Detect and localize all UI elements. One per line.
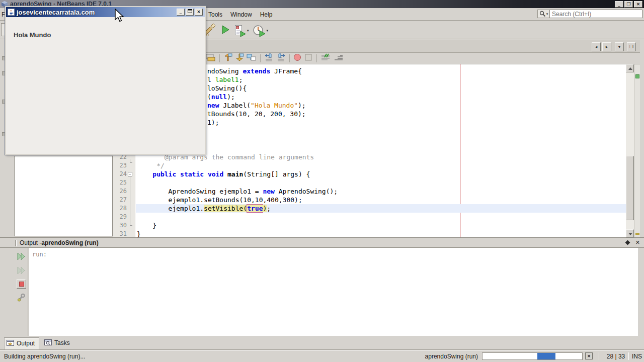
code-fragment[interactable]: new JLabel("Hola Mundo"); (207, 101, 306, 110)
line-number: 28 (113, 204, 127, 213)
drag-handle[interactable] (15, 240, 17, 246)
line-number: 23 (113, 161, 127, 170)
tab-tasks[interactable]: Tasks (42, 337, 74, 349)
code-line-24[interactable]: 24 public static void main(String[] args… (113, 170, 626, 178)
insert-mode-indicator: INS (632, 353, 642, 360)
tab-output[interactable]: Output (4, 337, 39, 350)
tab-scroll-left-icon[interactable]: ◂ (592, 42, 601, 51)
app-minimize-icon[interactable]: _ (177, 9, 185, 16)
code-line-29[interactable]: 29 (113, 213, 626, 221)
separator (260, 54, 261, 62)
bottom-tab-bar: OutputTasks (0, 336, 644, 350)
no-errors-badge (635, 74, 639, 78)
last-edit-icon[interactable] (206, 53, 216, 63)
run-project-icon[interactable] (220, 24, 230, 37)
code-fragment[interactable]: tBounds(10, 20, 200, 30); (207, 110, 306, 118)
tab-label: Output (17, 340, 35, 347)
debug-project-icon[interactable]: ▾ (234, 25, 249, 37)
tasks-tab-icon (44, 338, 52, 347)
code-fragment[interactable]: ndoSwing extends JFrame{ (207, 67, 302, 75)
line-number: 24 (113, 170, 127, 178)
app-close-icon[interactable]: × (195, 9, 203, 16)
shift-left-icon[interactable] (264, 53, 274, 63)
code-fragment[interactable]: loSwing(){ (207, 84, 247, 93)
app-window[interactable]: josevicentecarratala.com _ × Hola Mundo (5, 6, 206, 155)
output-header[interactable]: Output - aprendoSwing (run) ✕ (0, 238, 644, 248)
rerun-with-args-icon[interactable] (17, 266, 26, 277)
code-fragment[interactable]: 1); (207, 118, 219, 127)
cancel-build-icon[interactable]: × (585, 352, 593, 359)
uncomment-icon[interactable] (334, 53, 344, 63)
line-number: 25 (113, 178, 127, 187)
scroll-up-icon[interactable] (626, 64, 634, 72)
close-window-icon[interactable]: ✕ (635, 240, 640, 245)
code-line-27[interactable]: 27 ejemplo1.setBounds(10,10,400,300); (113, 196, 626, 204)
caret-position-mark (635, 233, 639, 235)
stop-build-icon[interactable] (17, 279, 26, 289)
code-line-31[interactable]: 31} (113, 230, 626, 237)
search-dropdown-icon[interactable]: ▾ (546, 12, 548, 16)
forward-icon[interactable] (235, 53, 244, 63)
scroll-down-icon[interactable] (626, 229, 634, 237)
code-line-23[interactable]: 23 */ (113, 161, 626, 170)
code-line-28[interactable]: 28 ejemplo1.setVisible(true); (113, 204, 626, 213)
fold-end-corner (130, 222, 132, 226)
code-line-30[interactable]: 30 } (113, 221, 626, 230)
profile-dropdown-icon[interactable]: ▾ (267, 29, 269, 33)
editor-vscrollbar[interactable] (626, 64, 634, 237)
profile-project-icon[interactable]: ▾ (253, 25, 269, 37)
comment-icon[interactable] (320, 53, 331, 63)
close-icon[interactable]: × (634, 1, 642, 8)
restore-icon[interactable]: ❐ (624, 1, 633, 8)
mouse-cursor (115, 9, 126, 25)
search-icon[interactable]: ▾ (537, 10, 549, 18)
tab-list-dropdown-icon[interactable]: ▾ (615, 42, 624, 51)
debug-dropdown-icon[interactable]: ▾ (247, 29, 249, 33)
app-maximize-icon[interactable] (186, 9, 194, 16)
build-progress-bar (482, 352, 583, 360)
minimize-icon[interactable]: _ (615, 1, 623, 8)
output-panel: Output - aprendoSwing (run) ✕ (0, 237, 644, 336)
caret-position: 28 | 33 (605, 353, 626, 360)
stop-macro-icon[interactable] (304, 53, 313, 63)
toggle-bookmark-icon[interactable] (247, 53, 257, 63)
start-macro-icon[interactable] (293, 53, 302, 63)
code-text: } (137, 221, 156, 230)
code-fragment[interactable]: (null); (207, 93, 235, 101)
minimize-window-group-icon[interactable] (625, 240, 630, 245)
code-text: public static void main(String[] args) { (137, 170, 310, 178)
ant-settings-icon[interactable] (17, 293, 26, 304)
code-text: } (137, 230, 141, 237)
code-text: ejemplo1.setVisible(true); (137, 204, 271, 213)
code-line-26[interactable]: 26 AprendoSwing ejemplo1 = new AprendoSw… (113, 187, 626, 196)
shift-right-icon[interactable] (276, 53, 286, 63)
hola-mundo-label: Hola Mundo (14, 31, 51, 39)
separator (289, 54, 290, 62)
output-toolbar (14, 248, 28, 336)
toolbar-partial-button[interactable] (1, 23, 5, 36)
menu-help[interactable]: Help (256, 10, 277, 20)
search-input[interactable] (549, 10, 642, 18)
maximize-editor-icon[interactable]: ❐ (627, 42, 636, 51)
progress-chunk (537, 353, 555, 359)
separator (628, 352, 629, 360)
tab-scroll-right-icon[interactable]: ▸ (602, 42, 611, 51)
code-fragment[interactable]: l label1; (207, 75, 243, 84)
code-text: */ (137, 161, 165, 170)
error-stripe (634, 64, 640, 237)
scrollbar-thumb[interactable] (626, 156, 634, 220)
menu-window[interactable]: Window (226, 10, 256, 20)
fold-collapse-icon[interactable]: − (128, 172, 132, 176)
output-title-prefix: Output - (20, 239, 41, 246)
menu-tools[interactable]: Tools (204, 10, 226, 20)
code-text: AprendoSwing ejemplo1 = new AprendoSwing… (137, 187, 338, 196)
code-line-25[interactable]: 25 (113, 178, 626, 187)
console-text: run: (32, 251, 638, 258)
line-number: 26 (113, 187, 127, 196)
projects-panel[interactable] (14, 156, 113, 236)
app-window-titlebar[interactable]: josevicentecarratala.com _ × (6, 7, 205, 17)
output-console[interactable]: run: (29, 248, 639, 336)
rerun-icon[interactable] (17, 252, 26, 262)
code-text: ejemplo1.setBounds(10,10,400,300); (137, 196, 302, 204)
back-icon[interactable] (223, 53, 232, 63)
